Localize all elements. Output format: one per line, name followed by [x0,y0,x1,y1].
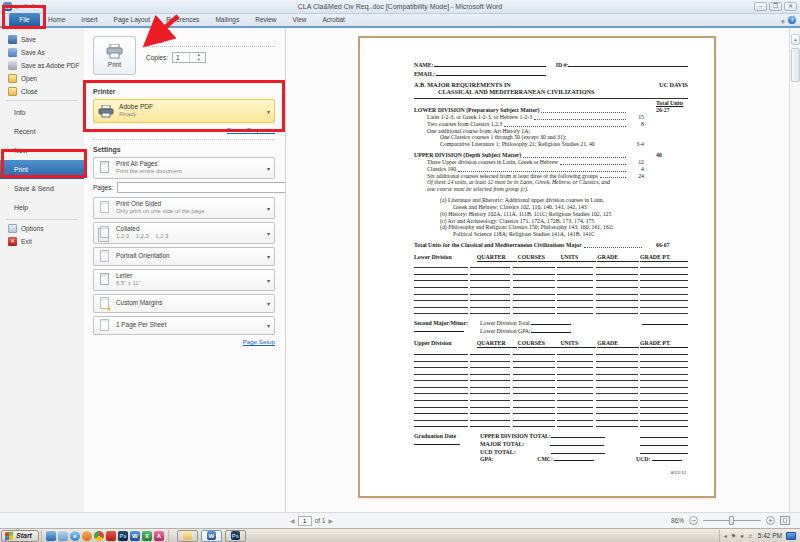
previous-page-icon[interactable]: ◀ [290,517,295,524]
pages-input[interactable] [117,182,296,193]
chevron-down-icon: ▾ [267,230,270,237]
windows-taskbar: Start e Ps W X A W Ps ◂ ⚑ ● ♬ 5:42 PM [0,528,800,542]
ribbon-tab[interactable]: Page Layout [106,13,159,26]
hidden-icons-arrow[interactable]: ◂ [724,532,727,539]
doc-email-label: EMAIL: [414,71,436,78]
taskbar-photoshop-window[interactable]: Ps [225,530,246,542]
ribbon-tab[interactable]: View [285,13,315,26]
zoom-out-icon[interactable]: − [689,516,698,525]
ribbon-tab[interactable]: Insert [73,13,105,26]
scrollbar-thumb[interactable] [791,48,800,82]
ribbon-tab[interactable]: Acrobat [315,13,353,26]
print-preview-area: NAME: ID #: EMAIL: A.B. MAJOR REQUIREMEN… [285,28,800,512]
zoom-slider[interactable] [703,520,761,521]
nav-close[interactable]: Close [0,85,84,98]
next-page-icon[interactable]: ▶ [328,517,333,524]
acrobat-icon[interactable] [106,531,116,541]
nav-new[interactable]: New [0,141,84,160]
close-button[interactable]: ✕ [784,2,797,11]
network-display-icon[interactable] [786,532,796,540]
nav-options[interactable]: Options [0,222,84,235]
doc-requirement-line: LOWER DIVISION (Preparatory Subject Matt… [414,107,688,114]
save-as-icon [8,48,17,57]
undo-icon[interactable]: ↶ [22,2,28,11]
chevron-down-icon: ▾ [267,300,270,307]
save-icon[interactable]: ■ [15,2,19,11]
preview-scrollbar[interactable]: ▲ [789,28,800,512]
ribbon-tab[interactable]: References [158,13,207,26]
paper-size-dropdown[interactable]: Letter 8.5" x 11" ▾ [93,269,275,291]
minimize-ribbon-icon[interactable]: ◈ [780,17,785,24]
chevron-down-icon: ▾ [267,253,270,260]
ribbon-tab[interactable]: Home [40,13,73,26]
nav-save[interactable]: Save [0,33,84,46]
print-range-dropdown[interactable]: Print All Pages Print the entire documen… [93,157,275,179]
restore-button[interactable]: ❐ [769,2,782,11]
nav-help[interactable]: Help [0,198,84,217]
divider [93,81,275,82]
duplex-dropdown[interactable]: Print One Sided Only print on one side o… [93,197,275,219]
word-icon[interactable]: W [130,531,140,541]
customize-qat-icon[interactable]: ▾ [40,2,44,11]
nav-save-as[interactable]: Save As [0,46,84,59]
nav-info[interactable]: Info [0,103,84,122]
zoom-level[interactable]: 86% [671,517,684,524]
doc-requirement-line: One additional course from: Art History … [414,128,688,135]
margins-dropdown[interactable]: ★ Custom Margins ▾ [93,294,275,313]
safety-icon[interactable]: ⚑ [731,532,736,539]
printer-properties-link[interactable]: Printer Properties [93,126,275,133]
close-folder-icon [8,87,17,96]
nav-save-and-send[interactable]: Save & Send [0,179,84,198]
taskbar-folder-window[interactable] [177,530,198,542]
spinner-arrows[interactable]: ▲▼ [189,53,206,62]
word-app-icon[interactable]: W [3,2,12,11]
copies-stepper[interactable]: 1 ▲▼ [172,52,206,63]
ie-icon[interactable]: e [70,531,80,541]
taskbar-word-window[interactable]: W [201,530,222,542]
pages-per-sheet-dropdown[interactable]: 1 Page Per Sheet ▾ [93,316,275,335]
scroll-up-icon[interactable]: ▲ [791,34,800,45]
printer-select[interactable]: Adobe PDF Ready ▾ [93,99,275,123]
print-button[interactable]: Print [93,36,136,75]
explorer-icon[interactable] [58,531,68,541]
ribbon-tab[interactable]: Mailings [207,13,247,26]
doc-school: UC DAVIS [659,81,688,88]
nav-exit[interactable]: ✕ Exit [0,235,84,248]
doc-upper-table-rows [414,348,688,427]
nav-open[interactable]: Open [0,72,84,85]
chevron-down-icon: ▾ [267,322,270,329]
doc-grad-date-label: Graduation Date [414,433,476,440]
nav-recent[interactable]: Recent [0,122,84,141]
zoom-in-icon[interactable]: + [766,516,775,525]
tab-file[interactable]: File [9,13,40,26]
chrome-icon[interactable] [94,531,104,541]
minimize-button[interactable]: – [754,2,767,11]
clock[interactable]: 5:42 PM [758,532,782,539]
doc-requirement-line: (a) Literature and Rhetoric: Additional … [414,197,688,204]
nav-print[interactable]: Print [0,160,84,179]
zoom-slider-thumb[interactable] [729,516,734,525]
excel-icon[interactable]: X [142,531,152,541]
redo-icon[interactable]: ↷ [31,2,37,11]
doc-total-units-header: Total Units [644,100,688,107]
backstage-nav: Save Save As Save as Adobe PDF Open Clos… [0,28,84,512]
firefox-icon[interactable] [82,531,92,541]
help-icon[interactable]: ? [788,16,796,24]
doc-lower-table-rows [414,262,688,315]
desktop-icon[interactable] [46,531,56,541]
page-number-input[interactable] [298,516,312,526]
start-button[interactable]: Start [1,530,39,542]
zoom-to-page-icon[interactable] [780,516,790,525]
quick-launch-bar: e Ps W X A [41,530,169,542]
nav-save-as-adobe-pdf[interactable]: Save as Adobe PDF [0,59,84,72]
ribbon-tab[interactable]: Review [247,13,284,26]
doc-second-major-label: Second Major/Minor: [414,320,476,327]
photoshop-icon[interactable]: Ps [118,531,128,541]
access-icon[interactable]: A [154,531,164,541]
update-icon[interactable]: ● [740,533,744,539]
volume-icon[interactable]: ♬ [748,533,754,539]
zoom-controls: 86% − + [671,516,800,525]
page-setup-link[interactable]: Page Setup [93,338,275,345]
orientation-dropdown[interactable]: Portrait Orientation ▾ [93,247,275,266]
collation-dropdown[interactable]: Collated 1,2,3 1,2,3 1,2,3 ▾ [93,222,275,244]
